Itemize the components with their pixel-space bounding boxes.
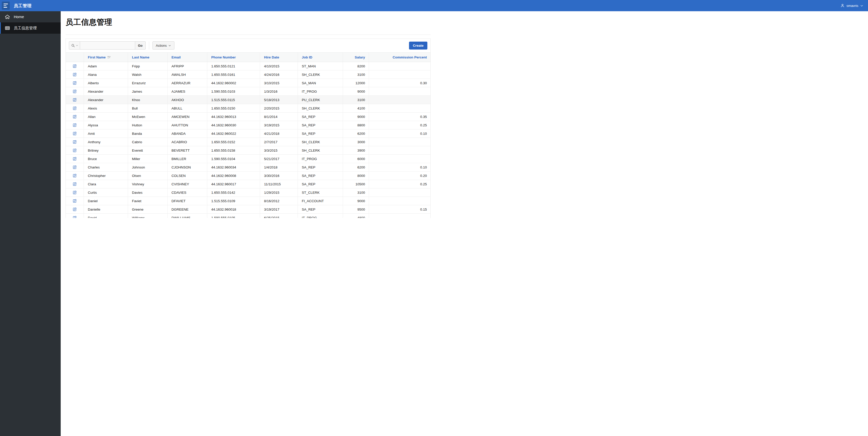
chevron-down-icon: [168, 44, 171, 47]
cell-job: SH_CLERK: [298, 104, 343, 113]
column-header-comm[interactable]: Commission Percent: [369, 53, 430, 62]
actions-menu-button[interactable]: Actions: [153, 41, 175, 50]
cell-comm: [369, 138, 430, 146]
cell-last: Vishney: [128, 180, 167, 188]
cell-salary: 12000: [343, 79, 369, 87]
edit-row-button[interactable]: [72, 190, 78, 195]
cell-job: IT_PROG: [298, 214, 343, 218]
edit-row-button[interactable]: [72, 148, 78, 153]
column-header-email[interactable]: Email: [167, 53, 207, 62]
search-input[interactable]: [80, 41, 135, 50]
edit-row-button[interactable]: [72, 215, 78, 218]
home-icon: [5, 14, 10, 20]
cell-last: Olsen: [128, 172, 167, 180]
cell-salary: 9000: [343, 113, 369, 121]
cell-phone: 1.650.555.0158: [207, 146, 260, 155]
cell-phone: 44.1632.960030: [207, 121, 260, 129]
edit-pencil-icon: [72, 81, 77, 85]
cell-first: Britney: [84, 146, 128, 155]
cell-hire: 5/21/2017: [260, 155, 298, 163]
cell-last: Williams: [128, 214, 167, 218]
cell-comm: [369, 155, 430, 163]
edit-row-button[interactable]: [72, 97, 78, 103]
cell-salary: 3900: [343, 146, 369, 155]
sidebar-item-home[interactable]: Home: [0, 11, 61, 22]
go-button[interactable]: Go: [135, 41, 146, 50]
cell-job: ST_MAN: [298, 62, 343, 70]
cell-phone: 1.590.555.0103: [207, 87, 260, 96]
chevron-down-icon: [76, 44, 78, 47]
cell-comm: 0.10: [369, 163, 430, 172]
menu-toggle-button[interactable]: [2, 2, 10, 10]
edit-row-button[interactable]: [72, 122, 78, 128]
edit-row-button[interactable]: [72, 165, 78, 170]
cell-salary: 9000: [343, 87, 369, 96]
table-row: AnthonyCabrioACABRIO1.650.555.01522/7/20…: [66, 138, 430, 146]
cell-phone: 44.1632.960002: [207, 79, 260, 87]
cell-salary: 3000: [343, 138, 369, 146]
cell-comm: [369, 62, 430, 70]
edit-pencil-icon: [72, 190, 77, 195]
cell-comm: 0.35: [369, 113, 430, 121]
table-row: AdamFrippAFRIPP1.650.555.01214/10/2015ST…: [66, 62, 430, 70]
actions-label: Actions: [156, 43, 167, 48]
edit-row-button[interactable]: [72, 181, 78, 187]
cell-first: Charles: [84, 163, 128, 172]
cell-first: Adam: [84, 62, 128, 70]
column-header-first[interactable]: First Name: [84, 53, 128, 62]
edit-row-button[interactable]: [72, 63, 78, 69]
cell-job: SA_MAN: [298, 79, 343, 87]
column-header-phone[interactable]: Phone Number: [207, 53, 260, 62]
cell-salary: 4100: [343, 104, 369, 113]
edit-pencil-icon: [72, 156, 77, 161]
search-column-selector[interactable]: [69, 41, 80, 50]
cell-hire: 6/25/2015: [260, 214, 298, 218]
table-row: CurtisDaviesCDAVIES1.650.555.01421/29/20…: [66, 188, 430, 197]
cell-last: Faviet: [128, 197, 167, 205]
edit-pencil-icon: [72, 207, 77, 212]
cell-email: AJAMES: [167, 87, 207, 96]
edit-row-button[interactable]: [72, 206, 78, 212]
cell-first: Amit: [84, 129, 128, 138]
cell-job: SA_REP: [298, 121, 343, 129]
edit-row-button[interactable]: [72, 89, 78, 94]
edit-row-button[interactable]: [72, 131, 78, 136]
table-row: DanielleGreeneDGREENE44.1632.9600183/19/…: [66, 205, 430, 214]
edit-row-button[interactable]: [72, 106, 78, 111]
cell-job: SA_REP: [298, 163, 343, 172]
cell-last: Errazuriz: [128, 79, 167, 87]
edit-row-button[interactable]: [72, 198, 78, 204]
cell-first: Alberto: [84, 79, 128, 87]
cell-salary: 6200: [343, 163, 369, 172]
cell-email: CJOHNSON: [167, 163, 207, 172]
edit-row-button[interactable]: [72, 173, 78, 178]
column-header-last[interactable]: Last Name: [128, 53, 167, 62]
edit-row-button[interactable]: [72, 156, 78, 162]
edit-pencil-icon: [72, 131, 77, 136]
table-row: AlexanderJamesAJAMES1.590.555.01031/3/20…: [66, 87, 430, 96]
main-content: 员工信息管理 Go Actions: [61, 11, 434, 218]
table-row: AmitBandaABANDA44.1632.9600224/21/2018SA…: [66, 129, 430, 138]
cell-hire: 3/30/2016: [260, 172, 298, 180]
cell-email: BEVERETT: [167, 146, 207, 155]
edit-row-button[interactable]: [72, 72, 78, 77]
column-header-hire[interactable]: Hire Date: [260, 53, 298, 62]
cell-hire: 1/4/2018: [260, 163, 298, 172]
edit-row-button[interactable]: [72, 114, 78, 119]
cell-first: Alexander: [84, 87, 128, 96]
column-header-salary[interactable]: Salary: [343, 53, 369, 62]
column-header-label: Email: [172, 55, 181, 59]
cell-comm: 0.10: [369, 129, 430, 138]
cell-last: Fripp: [128, 62, 167, 70]
create-button[interactable]: Create: [409, 41, 427, 50]
cell-salary: 3100: [343, 188, 369, 197]
sidebar-item-employee-management[interactable]: 员工信息管理: [0, 22, 61, 34]
edit-row-button[interactable]: [72, 139, 78, 145]
cell-last: Banda: [128, 129, 167, 138]
column-header-job[interactable]: Job ID: [298, 53, 343, 62]
edit-row-button[interactable]: [72, 80, 78, 86]
edit-cell: [66, 79, 84, 87]
cell-last: Walsh: [128, 70, 167, 79]
column-header-label: Phone Number: [211, 55, 236, 59]
edit-pencil-icon: [72, 123, 77, 127]
